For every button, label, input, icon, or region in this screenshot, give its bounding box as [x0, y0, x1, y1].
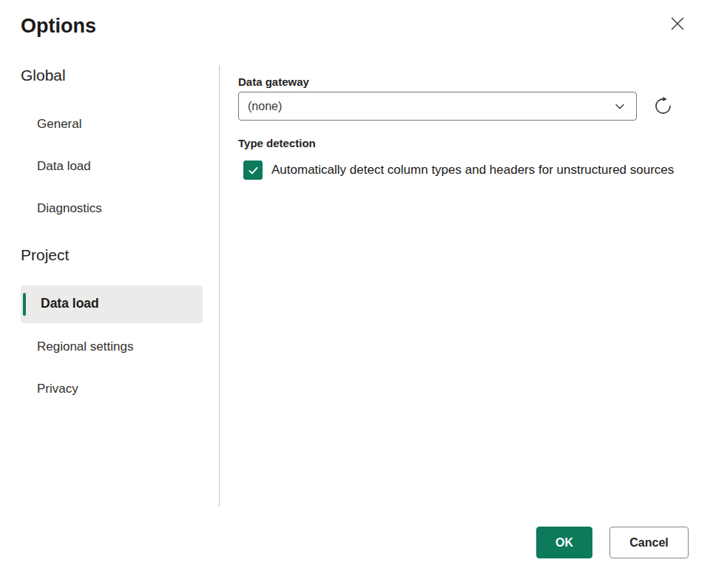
sidebar-item-regional-settings[interactable]: Regional settings	[37, 339, 133, 354]
sidebar-item-label: Privacy	[37, 382, 78, 396]
sidebar-section-global: Global	[21, 67, 66, 84]
refresh-gateways-button[interactable]	[650, 93, 675, 118]
refresh-icon	[653, 96, 673, 116]
dialog-title: Options	[21, 15, 96, 38]
sidebar-section-project: Project	[21, 246, 69, 264]
sidebar-item-privacy[interactable]: Privacy	[37, 382, 78, 396]
close-icon	[670, 16, 685, 31]
auto-detect-checkbox-label[interactable]: Automatically detect column types and he…	[271, 158, 683, 181]
checkmark-icon	[247, 164, 260, 177]
ok-button[interactable]: OK	[536, 527, 592, 558]
auto-detect-checkbox-row[interactable]: Automatically detect column types and he…	[243, 158, 687, 181]
sidebar-item-label: Diagnostics	[37, 201, 102, 215]
options-dialog: Options Global General Data load Diagnos…	[0, 0, 713, 588]
sidebar-item-label: General	[37, 117, 81, 131]
auto-detect-checkbox[interactable]	[243, 160, 263, 180]
sidebar-item-general[interactable]: General	[37, 117, 81, 132]
cancel-button[interactable]: Cancel	[609, 527, 689, 558]
data-gateway-dropdown[interactable]: (none)	[238, 92, 637, 121]
sidebar-item-data-load-project[interactable]: Data load	[21, 285, 203, 323]
sidebar-item-label: Data load	[41, 296, 99, 311]
sidebar-item-label: Data load	[37, 159, 91, 173]
data-gateway-label: Data gateway	[238, 75, 309, 88]
type-detection-label: Type detection	[238, 137, 316, 149]
sidebar-item-label: Regional settings	[37, 339, 133, 354]
sidebar-item-diagnostics[interactable]: Diagnostics	[37, 201, 102, 216]
selected-indicator-bar	[23, 293, 26, 316]
sidebar-divider	[219, 65, 220, 507]
data-gateway-selected-value: (none)	[248, 100, 614, 113]
chevron-down-icon	[614, 101, 626, 112]
sidebar-item-data-load-global[interactable]: Data load	[37, 159, 91, 174]
close-button[interactable]	[666, 13, 689, 35]
